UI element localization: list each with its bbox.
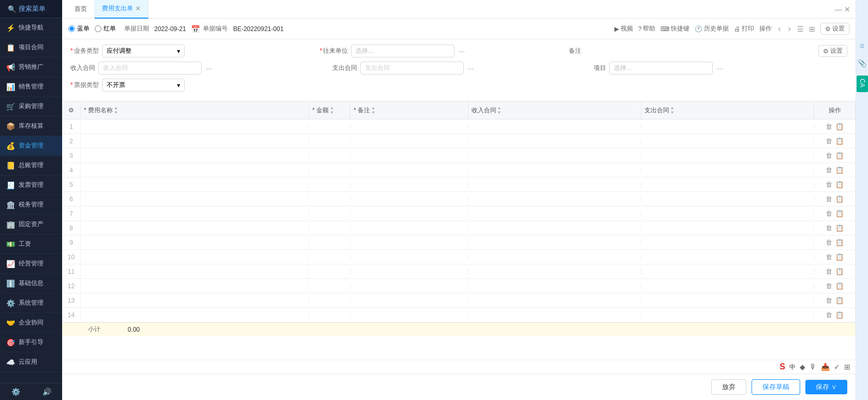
- row-remark-11[interactable]: [350, 269, 468, 275]
- row-expense-13[interactable]: [641, 298, 814, 304]
- row-amount-1[interactable]: [309, 124, 350, 130]
- tab-home[interactable]: 首页: [67, 0, 95, 19]
- radio-red[interactable]: 红单: [95, 24, 116, 33]
- sidebar-item-capital[interactable]: 💰资金管理: [0, 136, 62, 156]
- window-close[interactable]: ✕: [844, 5, 850, 13]
- row-copy-12[interactable]: 📋: [835, 282, 844, 290]
- settings-btn[interactable]: ⚙ 设置: [820, 23, 849, 35]
- row-income-3[interactable]: [468, 153, 641, 159]
- tab-expense-close[interactable]: ✕: [135, 5, 141, 12]
- row-expense-4[interactable]: [641, 167, 814, 173]
- row-copy-14[interactable]: 📋: [835, 311, 844, 319]
- row-delete-6[interactable]: 🗑: [826, 195, 832, 203]
- help-btn[interactable]: ? 帮助: [638, 24, 656, 33]
- row-remark-8[interactable]: [350, 225, 468, 231]
- row-delete-2[interactable]: 🗑: [826, 137, 832, 145]
- row-expense-6[interactable]: [641, 196, 814, 202]
- row-delete-4[interactable]: 🗑: [826, 166, 832, 174]
- row-amount-12[interactable]: [309, 283, 350, 289]
- row-copy-10[interactable]: 📋: [835, 253, 844, 261]
- print-btn[interactable]: 🖨 打印: [734, 24, 754, 33]
- form-settings-btn[interactable]: ⚙ 设置: [818, 45, 847, 57]
- sidebar-item-marketing[interactable]: 📢营销推广: [0, 57, 62, 77]
- sidebar-item-ops[interactable]: 📈经营管理: [0, 254, 62, 274]
- row-remark-13[interactable]: [350, 298, 468, 304]
- row-name-10[interactable]: [81, 254, 309, 260]
- row-name-1[interactable]: [81, 124, 309, 130]
- row-name-2[interactable]: [81, 138, 309, 144]
- row-expense-8[interactable]: [641, 225, 814, 231]
- th-income[interactable]: 收入合同 ▲▼: [468, 101, 641, 119]
- row-delete-11[interactable]: 🗑: [826, 268, 832, 275]
- sidebar-item-purchase[interactable]: 🛒采购管理: [0, 97, 62, 116]
- row-income-13[interactable]: [468, 298, 641, 304]
- row-name-4[interactable]: [81, 167, 309, 173]
- row-remark-5[interactable]: [350, 182, 468, 188]
- row-name-6[interactable]: [81, 196, 309, 202]
- row-amount-7[interactable]: [309, 211, 350, 217]
- row-delete-14[interactable]: 🗑: [826, 311, 832, 319]
- row-expense-10[interactable]: [641, 254, 814, 260]
- th-name[interactable]: * 费用名称 ▲▼: [81, 101, 309, 119]
- sidebar-item-cloud[interactable]: ☁️云应用: [0, 352, 62, 372]
- row-copy-8[interactable]: 📋: [835, 224, 844, 232]
- row-expense-2[interactable]: [641, 138, 814, 144]
- ops-btn[interactable]: 操作: [759, 24, 772, 33]
- row-income-10[interactable]: [468, 254, 641, 260]
- business-type-select[interactable]: 应付调整 ▾: [102, 45, 185, 57]
- row-amount-10[interactable]: [309, 254, 350, 260]
- row-income-14[interactable]: [468, 312, 641, 318]
- row-copy-4[interactable]: 📋: [835, 166, 844, 174]
- row-amount-13[interactable]: [309, 298, 350, 304]
- row-income-8[interactable]: [468, 225, 641, 231]
- number-value[interactable]: BE-20220921-001: [233, 25, 283, 33]
- save-draft-button[interactable]: 保存草稿: [752, 379, 800, 395]
- audio-icon[interactable]: 🔊: [42, 388, 51, 396]
- sidebar-item-newbie[interactable]: 🎯新手引导: [0, 333, 62, 352]
- right-panel-icon-2[interactable]: 📎: [858, 59, 866, 67]
- row-copy-13[interactable]: 📋: [835, 297, 844, 304]
- row-copy-2[interactable]: 📋: [835, 137, 844, 145]
- row-income-12[interactable]: [468, 283, 641, 289]
- row-income-1[interactable]: [468, 124, 641, 130]
- video-btn[interactable]: ▶ 视频: [614, 24, 633, 33]
- sidebar-item-salary[interactable]: 💵工资: [0, 234, 62, 254]
- income-contract-more-btn[interactable]: ···: [206, 64, 212, 72]
- row-name-7[interactable]: [81, 211, 309, 217]
- radio-blue[interactable]: 蓝单: [68, 24, 90, 33]
- row-delete-9[interactable]: 🗑: [826, 239, 832, 246]
- row-delete-5[interactable]: 🗑: [826, 181, 832, 188]
- row-name-14[interactable]: [81, 312, 309, 318]
- row-amount-4[interactable]: [309, 167, 350, 173]
- row-income-2[interactable]: [468, 138, 641, 144]
- row-delete-12[interactable]: 🗑: [826, 282, 832, 290]
- row-copy-9[interactable]: 📋: [835, 239, 844, 246]
- date-value[interactable]: 2022-09-21: [154, 25, 186, 33]
- row-remark-10[interactable]: [350, 254, 468, 260]
- sidebar-item-quick-nav[interactable]: ⚡快捷导航: [0, 18, 62, 38]
- row-income-7[interactable]: [468, 211, 641, 217]
- next-tab-btn[interactable]: ›: [787, 24, 792, 34]
- row-expense-12[interactable]: [641, 283, 814, 289]
- row-copy-6[interactable]: 📋: [835, 195, 844, 203]
- calendar-icon[interactable]: 📅: [191, 25, 200, 33]
- window-minimize[interactable]: —: [835, 5, 842, 13]
- row-remark-4[interactable]: [350, 167, 468, 173]
- sidebar-item-invoice[interactable]: 🧾发票管理: [0, 175, 62, 195]
- row-delete-3[interactable]: 🗑: [826, 152, 832, 159]
- row-expense-11[interactable]: [641, 269, 814, 275]
- expense-contract-more-btn[interactable]: ···: [468, 64, 474, 72]
- row-name-9[interactable]: [81, 240, 309, 246]
- sidebar-item-system[interactable]: ⚙️系统管理: [0, 293, 62, 313]
- project-more-btn[interactable]: ···: [717, 64, 723, 72]
- row-remark-7[interactable]: [350, 211, 468, 217]
- save-button[interactable]: 保存 ∨: [805, 380, 847, 394]
- right-panel-icon-1[interactable]: ≡: [860, 41, 864, 51]
- row-remark-6[interactable]: [350, 196, 468, 202]
- prev-tab-btn[interactable]: ‹: [777, 24, 782, 34]
- sidebar-item-inventory[interactable]: 📦库存核算: [0, 116, 62, 136]
- row-copy-3[interactable]: 📋: [835, 152, 844, 159]
- row-amount-9[interactable]: [309, 240, 350, 246]
- row-income-6[interactable]: [468, 196, 641, 202]
- counterpart-more-btn[interactable]: ···: [459, 47, 465, 55]
